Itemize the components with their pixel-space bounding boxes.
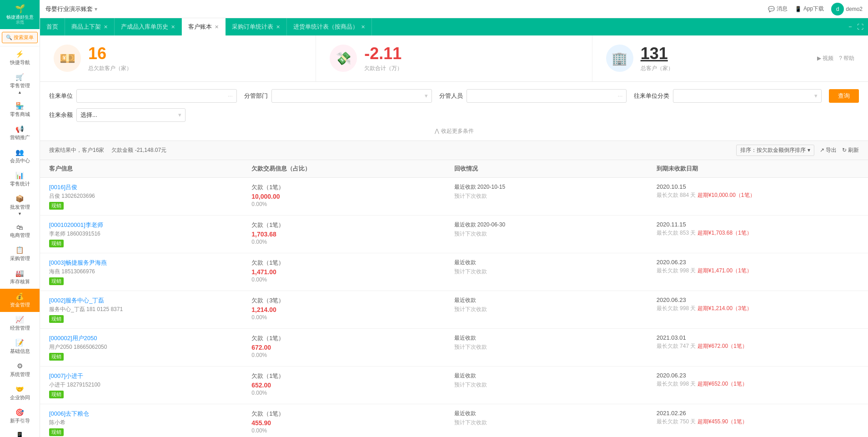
sidebar-item-system[interactable]: ⚙ 系统管理 (0, 358, 40, 382)
sidebar-item-ecommerce[interactable]: 🛍 电商管理 (0, 220, 40, 242)
logo-icon: 🌱 (2, 4, 38, 14)
search-menu-button[interactable]: 🔍 搜索菜单 (2, 32, 38, 43)
overdue-info-2: 最长欠款 998 天 超期¥1,471.00（1笔） (657, 267, 859, 275)
refresh-button[interactable]: ↻ 刷新 (842, 146, 859, 154)
tab-minimize-button[interactable]: － (847, 23, 853, 31)
debt-amount-4[interactable]: 672.00 (251, 344, 454, 351)
customer-phone-1: 李老师 18600391516 (49, 230, 251, 238)
total-customers-label: 总客户（家） (641, 65, 673, 72)
search-button[interactable]: 查询 (829, 89, 859, 103)
retail-stats-icon: 📊 (15, 171, 24, 180)
debt-percent-6: 0.00% (251, 427, 454, 434)
sort-select[interactable]: 排序：按欠款金额倒序排序 ▾ (736, 145, 814, 156)
tab-maximize-button[interactable]: ⛶ (857, 23, 863, 30)
tab-customer-account[interactable]: 客户账本 ✕ (182, 18, 226, 35)
debt-percent-3: 0.00% (251, 314, 454, 321)
customer-phone-0: 吕俊 13026203696 (49, 192, 251, 200)
total-customers-icon: 🏢 (606, 45, 633, 72)
debt-amount-5[interactable]: 652.00 (251, 382, 454, 389)
from-unit-input[interactable]: ··· (76, 89, 237, 103)
overdue-link-5[interactable]: 超期¥652.00（1笔） (697, 381, 748, 387)
tab-product-shelf[interactable]: 商品上下架 ✕ (65, 18, 115, 35)
debt-info-cell-6: 欠款（1笔） 455.90 0.00% (251, 410, 454, 434)
debt-count-1: 欠款（1笔） (251, 221, 454, 229)
table-row: [0006]去下粮仓 陈小希 现销 欠款（1笔） 455.90 0.00% 最近… (40, 404, 868, 437)
tab-purchase-stats[interactable]: 进货单统计表（按商品） ✕ (287, 18, 372, 35)
balance-select[interactable]: 选择... ▾ (76, 108, 186, 122)
sidebar-item-purchase[interactable]: 📋 采购管理 (0, 242, 40, 266)
tab-close-purchase-stats[interactable]: ✕ (361, 24, 365, 30)
dept-select[interactable]: ▾ (271, 89, 432, 103)
unit-category-select[interactable]: ▾ (673, 89, 822, 103)
help-icon: ? (839, 55, 842, 61)
message-button[interactable]: 💬 消息 (768, 5, 788, 13)
filter-person: 分管人员 ··· (439, 89, 627, 103)
debt-customers-icon: 💴 (54, 45, 81, 72)
sidebar-item-basic-info[interactable]: 📝 基础信息 (0, 335, 40, 358)
customer-tag-4: 现销 (49, 353, 64, 361)
customer-phone-4: 用户2050 18665062050 (49, 343, 251, 351)
tab-bar: 首页 商品上下架 ✕ 产成品入库单历史 ✕ 客户账本 ✕ 采购订单统计表 ✕ 进… (40, 18, 868, 35)
collapse-button[interactable]: ⋀ 收起更多条件 (49, 126, 859, 137)
sidebar-item-members[interactable]: 👥 会员中心 (0, 145, 40, 168)
sidebar-item-app-center[interactable]: 📱 应用中心 (0, 428, 40, 437)
tab-home[interactable]: 首页 (40, 18, 65, 35)
customer-name-1[interactable]: [0001020001]李老师 (49, 221, 103, 228)
sidebar-item-finance[interactable]: 💰 资金管理 (0, 289, 40, 312)
customer-name-4[interactable]: [000002]用户2050 (49, 335, 97, 342)
tab-close-production-history[interactable]: ✕ (171, 24, 175, 30)
batch-mgmt-icon: 📦 (15, 195, 24, 203)
sort-label: 排序：按欠款金额倒序排序 (740, 146, 806, 154)
sidebar-item-retail-mall[interactable]: 🏪 零售商城 (0, 98, 40, 121)
person-input[interactable]: ··· (467, 89, 627, 103)
customer-name-2[interactable]: [0003]畅捷服务尹海燕 (49, 259, 107, 266)
overdue-link-3[interactable]: 超期¥1,214.00（3笔） (697, 305, 752, 311)
debt-amount-3[interactable]: 1,214.00 (251, 306, 454, 313)
overdue-link-4[interactable]: 超期¥672.00（1笔） (697, 343, 748, 349)
customer-name-5[interactable]: [0007]小进干 (49, 372, 83, 379)
debt-amount-6[interactable]: 455.90 (251, 419, 454, 427)
app-download-button[interactable]: 📱 App下载 (795, 5, 824, 13)
sidebar-item-retail-stats[interactable]: 📊 零售统计 (0, 168, 40, 191)
company-name: 母婴行业演示账套 (45, 5, 93, 13)
tab-close-customer-account[interactable]: ✕ (215, 24, 219, 30)
sidebar-item-operations[interactable]: 📈 经营管理 (0, 312, 40, 335)
debt-amount-2[interactable]: 1,471.00 (251, 268, 454, 276)
table-row: [0002]服务中心_丁磊 服务中心_丁磊 181 0125 8371 现销 欠… (40, 291, 868, 329)
table-row: [0001020001]李老师 李老师 18600391516 现销 欠款（1笔… (40, 216, 868, 253)
sidebar-item-quick-nav[interactable]: ⚡ 快捷导航 (0, 46, 40, 70)
export-button[interactable]: ↗ 导出 (820, 146, 837, 154)
help-button[interactable]: ? 帮助 (839, 55, 854, 62)
sidebar-item-inventory[interactable]: 🏭 库存核算 (0, 266, 40, 289)
sidebar-item-retail-mgmt[interactable]: 🛒 零售管理 ▲ (0, 70, 40, 98)
basic-info-icon: 📝 (15, 339, 24, 347)
app-logo[interactable]: 🌱 畅捷通好生意 示范 (0, 0, 40, 29)
sidebar-item-marketing[interactable]: 📢 营销推广 (0, 121, 40, 145)
debt-info-cell-0: 欠款（1笔） 10,000.00 0.00% (251, 183, 454, 207)
overdue-link-6[interactable]: 超期¥455.90（1笔） (697, 418, 748, 425)
debt-customers-label: 总欠款客户（家） (88, 65, 132, 72)
customer-name-6[interactable]: [0006]去下粮仓 (49, 410, 89, 417)
tab-purchase-order[interactable]: 采购订单统计表 ✕ (226, 18, 287, 35)
filter-unit-category: 往来单位分类 ▾ (634, 89, 822, 103)
debt-info-cell-3: 欠款（3笔） 1,214.00 0.00% (251, 296, 454, 321)
person-label: 分管人员 (439, 92, 463, 100)
customer-name-3[interactable]: [0002]服务中心_丁磊 (49, 297, 104, 304)
tab-close-purchase-order[interactable]: ✕ (276, 24, 280, 30)
customer-tag-5: 现销 (49, 391, 64, 398)
sidebar-item-batch-mgmt[interactable]: 📦 批发管理 ▼ (0, 191, 40, 220)
avatar: d (831, 3, 844, 15)
overdue-link-1[interactable]: 超期¥1,703.68（1笔） (697, 230, 752, 236)
user-avatar-section[interactable]: d demo2 (831, 3, 863, 15)
sidebar-item-new-guide[interactable]: 🎯 新手引导 (0, 405, 40, 428)
video-button[interactable]: ▶ 视频 (817, 55, 833, 62)
overdue-link-2[interactable]: 超期¥1,471.00（1笔） (697, 267, 752, 274)
sidebar-item-enterprise-collab[interactable]: 🤝 企业协同 (0, 382, 40, 405)
tab-close-product-shelf[interactable]: ✕ (104, 24, 108, 30)
customer-name-0[interactable]: [0016]吕俊 (49, 184, 77, 191)
debt-amount-0[interactable]: 10,000.00 (251, 193, 454, 200)
debt-amount-1[interactable]: 1,703.68 (251, 231, 454, 238)
tab-production-history[interactable]: 产成品入库单历史 ✕ (115, 18, 182, 35)
results-count: 搜索结果中，客户16家 (49, 146, 104, 154)
overdue-link-0[interactable]: 超期¥10,000.00（1笔） (697, 192, 755, 198)
